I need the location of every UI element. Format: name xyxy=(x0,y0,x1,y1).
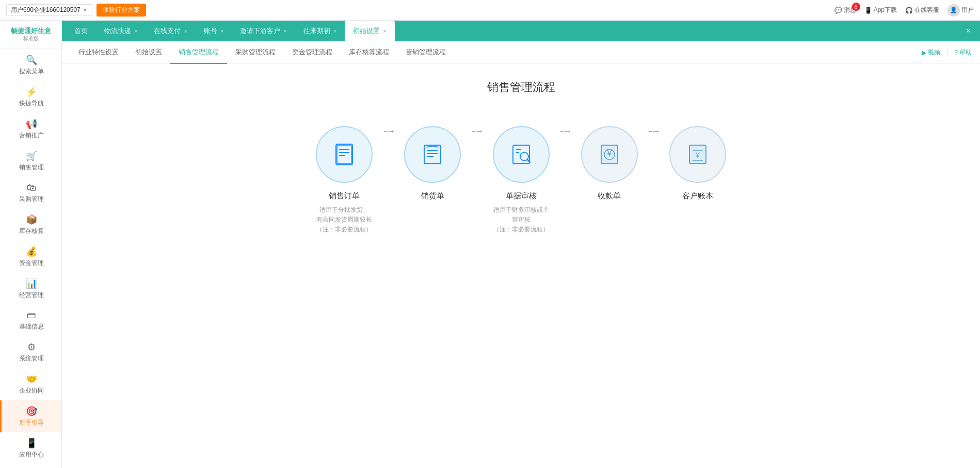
top-header: 用户690企业1660120507 ▼ 体验行业方案 💬 消息 6 📱 App下… xyxy=(0,0,980,21)
user-profile-item[interactable]: 👤 用户 xyxy=(947,4,974,17)
sub-tab-purchase-flow[interactable]: 采购管理流程 xyxy=(227,41,284,64)
close-all-tabs-icon[interactable]: × xyxy=(961,26,976,36)
sidebar-item-appcenter[interactable]: 📱 应用中心 xyxy=(0,432,61,464)
sub-tab-init[interactable]: 初始设置 xyxy=(127,41,170,64)
page-title: 销售管理流程 xyxy=(77,80,965,95)
sidebar-item-purchase[interactable]: 🛍 采购管理 xyxy=(0,177,61,209)
nav-tab-period-label: 往来期初 xyxy=(303,26,330,36)
close-invite-icon[interactable]: × xyxy=(283,28,286,34)
help-action[interactable]: ? 帮助 xyxy=(954,48,972,57)
sub-tab-finance-flow[interactable]: 资金管理流程 xyxy=(284,41,341,64)
nav-tab-account[interactable]: 账号 × xyxy=(196,21,232,41)
sidebar-logo: 畅捷通好生意 标准版 xyxy=(0,21,61,49)
svg-text:¥: ¥ xyxy=(606,149,612,158)
header-left: 用户690企业1660120507 ▼ 体验行业方案 xyxy=(6,4,146,17)
svg-rect-0 xyxy=(336,144,352,165)
sidebar-item-collab[interactable]: 🤝 企业协同 xyxy=(0,368,61,400)
sidebar-item-inventory[interactable]: 📦 库存核算 xyxy=(0,209,61,241)
sidebar-item-operation[interactable]: 📊 经营管理 xyxy=(0,273,61,305)
sidebar-label-newguide: 新手引导 xyxy=(19,418,44,427)
close-account-icon[interactable]: × xyxy=(220,28,223,34)
sidebar-label-sales: 销售管理 xyxy=(19,163,44,172)
avatar: 👤 xyxy=(947,4,960,17)
nav-tab-init[interactable]: 初始设置 × xyxy=(345,21,394,41)
flow-circle-receipt: ¥ xyxy=(581,126,638,183)
main-content: 销售管理流程 xyxy=(62,64,980,468)
sidebar-item-wechat[interactable]: 💬 企业微信 xyxy=(0,464,61,468)
sidebar-label-appcenter: 应用中心 xyxy=(19,450,44,459)
flow-circle-sales-order xyxy=(316,126,373,183)
close-payment-icon[interactable]: × xyxy=(184,28,187,34)
download-icon: 📱 xyxy=(864,7,872,14)
nav-tab-logistics[interactable]: 物流快递 × xyxy=(96,21,146,41)
nav-tab-init-label: 初始设置 xyxy=(353,26,380,36)
user-select[interactable]: 用户690企业1660120507 ▼ xyxy=(6,4,92,16)
sidebar-item-search[interactable]: 🔍 搜索菜单 xyxy=(0,49,61,81)
sidebar-item-marketing[interactable]: 📢 营销推广 xyxy=(0,113,61,145)
message-item[interactable]: 💬 消息 6 xyxy=(834,6,856,14)
video-action[interactable]: ▶ 视频 xyxy=(922,48,940,57)
sub-tab-marketing-flow[interactable]: 营销管理流程 xyxy=(397,41,454,64)
user-name: 用户 xyxy=(961,6,974,14)
inventory-icon: 📦 xyxy=(26,214,37,225)
sub-tab-inventory-flow[interactable]: 库存核算流程 xyxy=(341,41,397,64)
marketing-icon: 📢 xyxy=(26,118,37,130)
trial-button[interactable]: 体验行业方案 xyxy=(97,4,146,17)
header-right: 💬 消息 6 📱 App下载 🎧 在线客服 👤 用户 xyxy=(834,4,974,17)
sub-tab-industry[interactable]: 行业特性设置 xyxy=(70,41,127,64)
search-icon: 🔍 xyxy=(26,54,37,66)
sidebar-item-system[interactable]: ⚙ 系统管理 xyxy=(0,336,61,368)
sidebar-item-basic[interactable]: 🗃 基础信息 xyxy=(0,305,61,336)
svg-text:¥: ¥ xyxy=(695,151,700,159)
nav-tab-home-label: 首页 xyxy=(74,26,88,36)
close-logistics-icon[interactable]: × xyxy=(134,28,137,34)
sub-tab-sales-flow[interactable]: 销售管理流程 xyxy=(170,41,227,64)
nav-tab-account-label: 账号 xyxy=(204,26,217,36)
logo-text: 畅捷通好生意 xyxy=(11,27,51,35)
flow-item-account[interactable]: ¥ 客户账本 xyxy=(656,126,739,205)
help-icon: ? xyxy=(954,49,958,56)
flow-item-receipt[interactable]: ¥ 收款单 xyxy=(568,126,651,205)
flow-label-account: 客户账本 xyxy=(682,191,713,201)
play-icon: ▶ xyxy=(922,49,926,56)
finance-icon: 💰 xyxy=(26,246,37,257)
appcenter-icon: 📱 xyxy=(26,438,37,449)
operation-icon: 📊 xyxy=(26,278,37,289)
sub-tab-init-label: 初始设置 xyxy=(135,48,162,57)
nav-tab-logistics-label: 物流快递 xyxy=(104,26,131,36)
sub-tabs: 行业特性设置 初始设置 销售管理流程 采购管理流程 资金管理流程 xyxy=(70,41,454,64)
headset-icon: 🎧 xyxy=(905,7,913,14)
nav-tab-invite[interactable]: 邀请下游客户 × xyxy=(232,21,295,41)
nav-tab-payment[interactable]: 在线支付 × xyxy=(146,21,195,41)
nav-tab-payment-label: 在线支付 xyxy=(154,26,181,36)
app-download-label: App下载 xyxy=(874,6,897,14)
flow-item-sales-order[interactable]: 销售订单 适用于分批发货、有合同发货周期较长（注：非必要流程） xyxy=(303,126,385,235)
nav-tab-home[interactable]: 首页 xyxy=(66,21,96,41)
svg-rect-5 xyxy=(424,145,441,164)
flow-circle-account: ¥ xyxy=(669,126,726,183)
sidebar-item-sales[interactable]: 🛒 销售管理 xyxy=(0,145,61,177)
close-period-icon[interactable]: × xyxy=(333,28,336,34)
sidebar-label-search: 搜索菜单 xyxy=(19,67,44,76)
sidebar-item-finance[interactable]: 💰 资金管理 xyxy=(0,241,61,273)
sidebar-item-newguide[interactable]: 🎯 新手引导 xyxy=(0,400,61,432)
app-download-item[interactable]: 📱 App下载 xyxy=(864,6,897,14)
close-init-icon[interactable]: × xyxy=(383,28,386,34)
flow-circle-audit xyxy=(493,126,550,183)
flow-label-receipt: 收款单 xyxy=(598,191,621,201)
sub-tab-purchase-flow-label: 采购管理流程 xyxy=(235,48,276,57)
sidebar-label-marketing: 营销推广 xyxy=(19,131,44,140)
nav-tab-period[interactable]: 往来期初 × xyxy=(295,21,345,41)
nav-tabs-bar: 首页 物流快递 × 在线支付 × 账号 × 邀请下游客户 × xyxy=(62,21,980,41)
flow-item-delivery[interactable]: 销货单 xyxy=(391,126,474,205)
sidebar: 畅捷通好生意 标准版 🔍 搜索菜单 ⚡ 快捷导航 📢 营销推广 🛒 销售管理 🛍 xyxy=(0,21,62,468)
sidebar-label-quicknav: 快捷导航 xyxy=(19,99,44,108)
customer-service-label: 在线客服 xyxy=(914,6,939,14)
sidebar-label-operation: 经营管理 xyxy=(19,291,44,300)
nav-tab-invite-label: 邀请下游客户 xyxy=(240,26,280,36)
sub-tab-sales-flow-label: 销售管理流程 xyxy=(179,48,219,57)
flow-item-audit[interactable]: 单据审核 适用于财务审核或主管审核（注：非必要流程） xyxy=(480,126,563,235)
sidebar-item-quicknav[interactable]: ⚡ 快捷导航 xyxy=(0,81,61,113)
app-container: 用户690企业1660120507 ▼ 体验行业方案 💬 消息 6 📱 App下… xyxy=(0,0,980,468)
customer-service-item[interactable]: 🎧 在线客服 xyxy=(905,6,939,14)
